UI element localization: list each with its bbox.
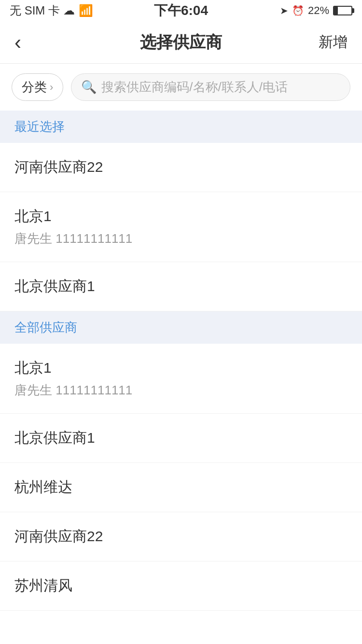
supplier-name: 北京1 — [14, 358, 348, 378]
recent-list: 河南供应商22北京1唐先生 11111111111北京供应商1 — [0, 143, 362, 311]
category-arrow-icon: › — [50, 81, 53, 94]
supplier-name: 河南供应商22 — [14, 157, 348, 177]
page-title: 选择供应商 — [140, 31, 222, 54]
recent-list-item[interactable]: 河南供应商22 — [0, 143, 362, 192]
all-list-item[interactable]: 河南供应商22 — [0, 512, 362, 561]
add-button[interactable]: 新增 — [319, 32, 348, 52]
status-right: ➤ ⏰ 22% — [280, 4, 352, 17]
all-list: 北京1唐先生 11111111111北京供应商1杭州维达河南供应商22苏州清风 — [0, 344, 362, 611]
recent-section-label: 最近选择 — [14, 119, 65, 134]
recent-list-item[interactable]: 北京1唐先生 11111111111 — [0, 192, 362, 262]
wifi-icon: 📶 — [79, 4, 93, 17]
status-bar: 无 SIM 卡 ☁ 📶 下午6:04 ➤ ⏰ 22% — [0, 0, 362, 21]
all-list-item[interactable]: 杭州维达 — [0, 463, 362, 512]
recent-list-item[interactable]: 北京供应商1 — [0, 262, 362, 311]
supplier-name: 苏州清风 — [14, 576, 348, 596]
category-button[interactable]: 分类 › — [12, 73, 63, 101]
search-area: 分类 › 🔍 搜索供应商编码/名称/联系人/电话 — [0, 64, 362, 111]
category-label: 分类 — [22, 79, 47, 96]
sim-status: 无 SIM 卡 ☁ — [10, 3, 75, 18]
alarm-icon: ⏰ — [292, 5, 304, 16]
back-button[interactable]: ‹ — [14, 31, 43, 54]
all-section-label: 全部供应商 — [14, 320, 77, 335]
location-icon: ➤ — [280, 5, 288, 16]
all-section-header: 全部供应商 — [0, 311, 362, 344]
search-icon: 🔍 — [81, 80, 97, 95]
battery-percent: 22% — [308, 4, 329, 17]
supplier-name: 杭州维达 — [14, 477, 348, 497]
nav-bar: ‹ 选择供应商 新增 — [0, 21, 362, 64]
status-left: 无 SIM 卡 ☁ 📶 — [10, 3, 93, 18]
search-placeholder: 搜索供应商编码/名称/联系人/电话 — [101, 79, 288, 96]
supplier-name: 北京供应商1 — [14, 277, 348, 296]
all-list-item[interactable]: 北京1唐先生 11111111111 — [0, 344, 362, 414]
supplier-name: 北京供应商1 — [14, 428, 348, 448]
all-list-item[interactable]: 北京供应商1 — [0, 414, 362, 463]
battery-icon — [333, 6, 352, 15]
all-list-item[interactable]: 苏州清风 — [0, 561, 362, 611]
supplier-name: 河南供应商22 — [14, 527, 348, 546]
status-time: 下午6:04 — [154, 1, 208, 20]
supplier-name: 北京1 — [14, 207, 348, 226]
supplier-contact: 唐先生 11111111111 — [14, 230, 348, 247]
supplier-contact: 唐先生 11111111111 — [14, 382, 348, 399]
search-input-wrap[interactable]: 🔍 搜索供应商编码/名称/联系人/电话 — [71, 73, 350, 101]
recent-section-header: 最近选择 — [0, 111, 362, 143]
